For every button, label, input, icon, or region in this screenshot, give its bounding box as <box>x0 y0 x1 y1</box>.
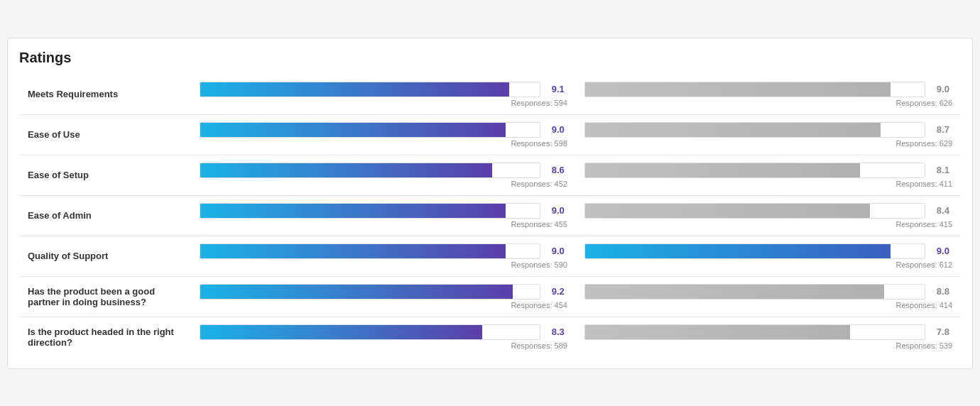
left-bar-fill <box>200 82 509 97</box>
right-score: 8.1 <box>930 165 949 175</box>
right-bar-row: 8.4 <box>584 203 952 219</box>
left-score: 9.0 <box>545 124 565 135</box>
left-bar-track <box>200 163 540 178</box>
right-responses: Responses: 629 <box>584 139 952 148</box>
right-bar-track <box>584 163 925 178</box>
left-score: 9.0 <box>545 246 565 256</box>
left-bar-wrapper: 9.2 Responses: 454 <box>200 284 567 309</box>
right-bar-cell: 8.8 Responses: 414 <box>576 276 961 317</box>
left-bar-track <box>200 243 540 259</box>
right-responses: Responses: 411 <box>584 180 952 188</box>
right-bar-fill <box>585 325 850 339</box>
left-bar-wrapper: 8.3 Responses: 589 <box>200 324 567 350</box>
table-row: Quality of Support 9.0 Responses: 590 9.… <box>19 236 961 276</box>
right-bar-wrapper: 8.4 Responses: 415 <box>584 203 952 229</box>
right-bar-wrapper: 9.0 Responses: 612 <box>584 243 952 269</box>
left-bar-row: 9.1 <box>200 82 567 97</box>
right-bar-fill <box>585 285 884 299</box>
left-bar-row: 9.2 <box>200 284 567 300</box>
left-bar-wrapper: 8.6 Responses: 452 <box>200 163 567 188</box>
left-bar-track <box>200 82 540 97</box>
left-bar-cell: 9.0 Responses: 455 <box>191 195 576 236</box>
right-bar-row: 8.7 <box>584 122 952 138</box>
left-bar-wrapper: 9.0 Responses: 455 <box>200 203 567 229</box>
right-bar-track <box>584 243 925 259</box>
table-row: Ease of Use 9.0 Responses: 598 8.7 Respo… <box>19 114 961 155</box>
right-bar-wrapper: 8.1 Responses: 411 <box>584 163 952 188</box>
right-bar-wrapper: 8.8 Responses: 414 <box>584 284 952 309</box>
ratings-table: Meets Requirements 9.1 Responses: 594 9.… <box>19 75 961 357</box>
right-score: 7.8 <box>930 327 949 337</box>
left-bar-row: 8.6 <box>200 163 567 178</box>
table-row: Ease of Admin 9.0 Responses: 455 8.4 Res… <box>19 195 961 236</box>
left-bar-wrapper: 9.0 Responses: 590 <box>200 243 567 269</box>
left-responses: Responses: 589 <box>200 341 567 350</box>
right-bar-track <box>584 203 925 219</box>
right-bar-fill <box>585 82 891 97</box>
row-label: Ease of Setup <box>19 155 191 195</box>
left-bar-fill <box>200 163 492 177</box>
row-label: Is the product headed in the right direc… <box>19 317 191 357</box>
right-bar-fill <box>585 244 891 258</box>
right-bar-row: 8.8 <box>584 284 952 300</box>
left-bar-cell: 9.2 Responses: 454 <box>191 276 576 317</box>
right-bar-row: 8.1 <box>584 163 952 178</box>
left-bar-row: 8.3 <box>200 324 567 340</box>
right-bar-fill <box>585 123 881 137</box>
left-bar-cell: 8.3 Responses: 589 <box>191 317 576 357</box>
left-bar-track <box>200 324 540 340</box>
left-bar-cell: 9.0 Responses: 598 <box>191 114 576 155</box>
table-row: Ease of Setup 8.6 Responses: 452 8.1 Res… <box>19 155 961 195</box>
right-bar-row: 9.0 <box>584 243 952 259</box>
right-score: 8.8 <box>930 286 949 297</box>
right-responses: Responses: 539 <box>584 341 952 350</box>
left-bar-fill <box>200 204 506 218</box>
ratings-card: Ratings Meets Requirements 9.1 Responses… <box>7 38 973 369</box>
table-row: Is the product headed in the right direc… <box>19 317 961 357</box>
right-bar-cell: 8.4 Responses: 415 <box>576 195 961 236</box>
right-score: 8.4 <box>930 205 949 216</box>
right-bar-row: 7.8 <box>584 324 952 340</box>
right-responses: Responses: 414 <box>584 301 952 309</box>
right-bar-fill <box>585 204 871 218</box>
table-row: Has the product been a good partner in d… <box>19 276 961 317</box>
right-bar-track <box>584 324 925 340</box>
left-bar-fill <box>200 325 482 339</box>
right-score: 9.0 <box>930 246 949 256</box>
right-responses: Responses: 415 <box>584 220 952 229</box>
right-score: 8.7 <box>930 124 949 135</box>
right-responses: Responses: 626 <box>584 99 952 107</box>
right-bar-cell: 9.0 Responses: 626 <box>576 75 961 115</box>
left-bar-row: 9.0 <box>200 243 567 259</box>
right-bar-cell: 8.7 Responses: 629 <box>576 114 961 155</box>
left-bar-fill <box>200 123 506 137</box>
right-score: 9.0 <box>930 84 949 94</box>
left-bar-row: 9.0 <box>200 122 567 138</box>
left-bar-cell: 8.6 Responses: 452 <box>191 155 576 195</box>
right-bar-cell: 7.8 Responses: 539 <box>576 317 961 357</box>
row-label: Has the product been a good partner in d… <box>19 276 191 317</box>
right-bar-fill <box>585 163 860 177</box>
left-bar-track <box>200 122 540 138</box>
table-row: Meets Requirements 9.1 Responses: 594 9.… <box>19 75 961 115</box>
right-bar-track <box>584 284 925 300</box>
left-bar-cell: 9.0 Responses: 590 <box>191 236 576 276</box>
left-score: 8.3 <box>545 327 565 337</box>
row-label: Meets Requirements <box>19 75 191 115</box>
card-title: Ratings <box>19 50 961 66</box>
right-bar-track <box>584 122 925 138</box>
right-bar-row: 9.0 <box>584 82 952 97</box>
left-bar-track <box>200 284 540 300</box>
left-score: 9.1 <box>545 84 565 94</box>
right-bar-cell: 9.0 Responses: 612 <box>576 236 961 276</box>
right-bar-wrapper: 9.0 Responses: 626 <box>584 82 952 107</box>
row-label: Quality of Support <box>19 236 191 276</box>
right-bar-track <box>584 82 925 97</box>
row-label: Ease of Use <box>19 114 191 155</box>
left-bar-cell: 9.1 Responses: 594 <box>191 75 576 115</box>
right-bar-cell: 8.1 Responses: 411 <box>576 155 961 195</box>
right-responses: Responses: 612 <box>584 260 952 269</box>
left-score: 9.0 <box>545 205 565 216</box>
left-score: 9.2 <box>545 286 565 297</box>
left-bar-wrapper: 9.0 Responses: 598 <box>200 122 567 148</box>
